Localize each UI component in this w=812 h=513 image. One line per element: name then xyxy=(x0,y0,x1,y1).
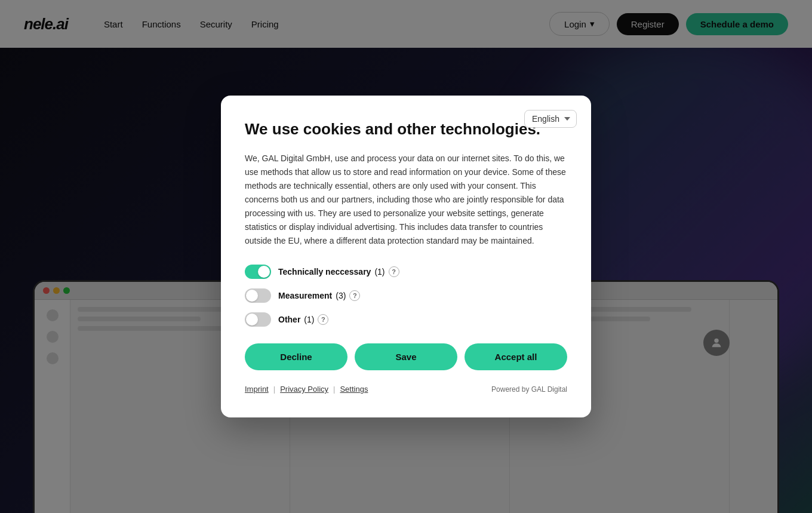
help-icon-other[interactable]: ? xyxy=(318,314,328,325)
toggle-item-technical: Technically neccessary (1) ? xyxy=(245,265,567,279)
powered-by: Powered by GAL Digital xyxy=(491,385,567,394)
help-icon-technical[interactable]: ? xyxy=(389,266,399,277)
toggle-measurement[interactable] xyxy=(245,288,271,303)
separator-2: | xyxy=(333,385,335,394)
toggle-other[interactable] xyxy=(245,312,271,327)
accept-all-button[interactable]: Accept all xyxy=(465,343,567,370)
cookie-toggles: Technically neccessary (1) ? Measurement… xyxy=(245,265,567,327)
cookie-action-buttons: Decline Save Accept all xyxy=(245,343,567,370)
settings-link[interactable]: Settings xyxy=(340,385,368,394)
toggle-track-measurement[interactable] xyxy=(245,288,271,303)
cookie-modal: English We use cookies and other technol… xyxy=(221,96,591,417)
privacy-link[interactable]: Privacy Policy xyxy=(280,385,328,394)
save-button[interactable]: Save xyxy=(355,343,457,370)
separator-1: | xyxy=(273,385,275,394)
decline-button[interactable]: Decline xyxy=(245,343,347,370)
cookie-body: We, GAL Digital GmbH, use and process yo… xyxy=(245,152,567,248)
toggle-thumb-other xyxy=(246,314,258,325)
help-icon-measurement[interactable]: ? xyxy=(349,290,360,301)
toggle-track-technical[interactable] xyxy=(245,265,271,279)
language-select[interactable]: English xyxy=(524,110,577,128)
toggle-label-measurement: Measurement (3) ? xyxy=(278,290,360,301)
cookie-title: We use cookies and other technologies. xyxy=(245,119,567,140)
cookie-overlay: English We use cookies and other technol… xyxy=(0,0,812,513)
toggle-label-other: Other (1) ? xyxy=(278,314,328,325)
toggle-item-measurement: Measurement (3) ? xyxy=(245,288,567,303)
toggle-thumb-measurement xyxy=(246,290,258,302)
cookie-footer: Imprint | Privacy Policy | Settings Powe… xyxy=(245,385,567,394)
imprint-link[interactable]: Imprint xyxy=(245,385,269,394)
toggle-technical[interactable] xyxy=(245,265,271,279)
toggle-item-other: Other (1) ? xyxy=(245,312,567,327)
footer-links: Imprint | Privacy Policy | Settings xyxy=(245,385,368,394)
toggle-label-technical: Technically neccessary (1) ? xyxy=(278,266,399,277)
toggle-thumb-technical xyxy=(258,266,270,278)
toggle-track-other[interactable] xyxy=(245,312,271,327)
